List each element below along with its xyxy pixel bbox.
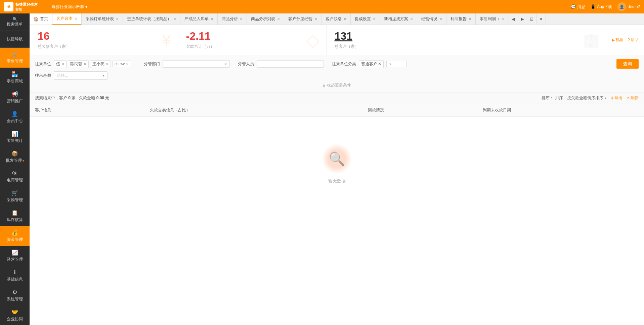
collapse-filter-btn[interactable]: ∧ 收起更多条件 — [35, 82, 639, 88]
category-chevron: ▾ — [389, 62, 391, 66]
tab-customer-segment[interactable]: 客户分层经营 ✕ — [284, 13, 321, 25]
sidebar-item-marketing[interactable]: 📢 营销推广 — [0, 87, 30, 107]
tab-home[interactable]: 🏠 首页 — [30, 13, 52, 25]
tab-cost-inbound-label: 产成品入库单 — [184, 16, 209, 22]
stat-debt-amount-label: 欠款合计（万） — [186, 44, 214, 49]
result-prefix: 搜索结果中，客户 0 家 欠款金额 0.00 元 — [35, 95, 109, 101]
filter-more-btn[interactable]: ... — [132, 62, 136, 66]
query-button[interactable]: 查询 — [616, 59, 639, 69]
sidebar-item-inventory[interactable]: 📋 库存核算 — [0, 206, 30, 226]
sidebar-item-wholesale[interactable]: 📦 批发管理 ▾ — [0, 147, 30, 167]
tab-retail-profit-label: 零售利润（ — [480, 16, 500, 22]
remove-tag-wang[interactable]: ✕ — [106, 62, 109, 66]
tab-cost-inbound[interactable]: 产成品入库单 ✕ — [180, 13, 218, 25]
refresh-btn[interactable]: ↺ 刷新 — [627, 95, 639, 101]
message-button[interactable]: 💬 消息 — [571, 4, 585, 10]
sort-chevron: ▾ — [605, 96, 606, 100]
tab-inbound-stat[interactable]: 进货单统计表（按商品） ✕ — [123, 13, 180, 25]
sidebar-item-member[interactable]: 👤 会员中心 — [0, 107, 30, 127]
top-actions: 💬 消息 📱 App下载 👤 demo2 — [571, 2, 640, 11]
person-more: ··· — [317, 62, 321, 66]
sort-select[interactable]: 排序： 排序：按欠款金额倒序排序 ▾ — [542, 95, 606, 101]
quick-nav-item[interactable]: 快捷导航 — [0, 34, 30, 45]
tab-close-goods-analysis-list[interactable]: ✕ — [277, 17, 280, 21]
tab-purchase-stat[interactable]: 采购订单统计表 ✕ — [82, 13, 123, 25]
dept-select[interactable]: ··· ▾ — [163, 60, 230, 68]
tab-prev-btn[interactable]: ◀ — [509, 13, 518, 25]
tab-operation-label: 经营情况 — [421, 16, 437, 22]
balance-select[interactable]: 选择... ▾ — [54, 71, 108, 80]
video-icon: ▶ — [612, 38, 615, 42]
tab-retail-profit[interactable]: 零售利润（ ✕ — [476, 13, 509, 25]
quick-nav[interactable]: 快捷导航 — [0, 31, 30, 48]
tab-new-raise[interactable]: 新增提成方案 ✕ — [380, 13, 417, 25]
tab-close-goods-analysis[interactable]: ✕ — [240, 17, 243, 21]
account-selector[interactable]: 母婴行业演示帐套 ▾ — [52, 4, 87, 10]
unit-tag-wu: 伍 ✕ — [54, 60, 67, 68]
sidebar-item-operation[interactable]: 📈 经营管理 — [0, 246, 30, 266]
tab-profit-report[interactable]: 利润报告 ✕ — [446, 13, 476, 25]
tab-close-all-btn[interactable]: ✕ — [536, 13, 546, 25]
tab-close-new-raise[interactable]: ✕ — [410, 17, 413, 21]
export-btn[interactable]: ⬇ 导出 — [610, 95, 622, 101]
unit-filter-tags: 伍 ✕ 陈民强 ✕ 王小亮 ✕ — [54, 60, 136, 68]
tab-close-operation[interactable]: ✕ — [439, 17, 442, 21]
sidebar: 🔍 搜索菜单 快捷导航 🛒 零售管理 🏪 零售商城 📢 — [0, 13, 30, 325]
sidebar-item-label: 零售商城 — [7, 78, 23, 84]
remove-category-normal[interactable]: ✕ — [378, 62, 381, 66]
tab-raise-setting[interactable]: 提成设置 ✕ — [351, 13, 380, 25]
sidebar-item-label: 资金管理 — [7, 237, 23, 243]
app-version: 标版 — [15, 7, 38, 12]
sidebar-item-system[interactable]: ⚙ 系统管理 — [0, 286, 30, 305]
sidebar-item-label: 系统管理 — [7, 296, 23, 302]
tab-operation[interactable]: 经营情况 ✕ — [417, 13, 446, 25]
sidebar-search[interactable]: 🔍 搜索菜单 — [0, 13, 30, 31]
remove-tag-cjttcw[interactable]: ✕ — [126, 62, 129, 66]
system-icon: ⚙ — [12, 289, 17, 295]
remove-tag-chen[interactable]: ✕ — [84, 62, 86, 66]
sort-value: 排序：按欠款金额倒序排序 — [555, 95, 603, 101]
sidebar-item-purchase[interactable]: 🛒 采购管理 — [0, 186, 30, 206]
tab-close-customer-segment[interactable]: ✕ — [314, 17, 317, 21]
sidebar-item-retail-mall[interactable]: 🏪 零售商城 — [0, 68, 30, 87]
tab-expand-btn[interactable]: ⊡ — [527, 13, 536, 25]
tab-close-purchase-stat[interactable]: ✕ — [116, 17, 119, 21]
sidebar-item-retail-stat[interactable]: 📊 零售统计 — [0, 127, 30, 147]
message-label: 消息 — [577, 4, 585, 10]
tab-close-inbound-stat[interactable]: ✕ — [173, 17, 176, 21]
wholesale-icon: 📦 — [11, 150, 18, 157]
tab-goods-analysis[interactable]: 商品分析 ✕ — [218, 13, 247, 25]
avatar: 👤 — [617, 2, 626, 11]
enterprise-icon: 🤝 — [11, 309, 18, 315]
sidebar-item-basic[interactable]: ℹ 基础信息 — [0, 266, 30, 286]
tab-close-raise-setting[interactable]: ✕ — [373, 17, 376, 21]
tab-next-btn[interactable]: ▶ — [518, 13, 527, 25]
sidebar-item-enterprise[interactable]: 🤝 企业协同 — [0, 305, 30, 325]
search-label: 搜索菜单 — [3, 22, 27, 27]
app-download-button[interactable]: 📱 App下载 — [591, 4, 612, 10]
user-menu[interactable]: 👤 demo2 — [617, 2, 640, 11]
category-select[interactable]: ▾ — [386, 61, 406, 67]
stat-debt-amount-value: -2.11 — [186, 30, 211, 42]
video-btn[interactable]: ▶ 视频 — [612, 37, 624, 43]
tab-close-cost-inbound[interactable]: ✕ — [211, 17, 213, 21]
unit-tag-cjttcw: cjttcw ✕ — [112, 61, 131, 67]
sidebar-item-finance[interactable]: 💰 资金管理 — [0, 226, 30, 246]
sidebar-item-retail[interactable]: 🛒 零售管理 — [0, 48, 30, 68]
filter-row-2: 往来余额 选择... ▾ — [35, 71, 639, 80]
stat-debt-customers: ¥ 16 总欠款客户（家） — [30, 25, 178, 55]
tab-close-profit-report[interactable]: ✕ — [469, 17, 471, 21]
help-btn[interactable]: ? 帮助 — [628, 37, 639, 43]
remove-tag-wu[interactable]: ✕ — [61, 62, 64, 66]
sidebar-item-ecommerce[interactable]: 🛍 电商管理 — [0, 167, 30, 186]
tab-accounts[interactable]: 客户账本 ✕ — [52, 13, 82, 25]
message-icon: 💬 — [571, 4, 576, 9]
tab-customer-contact[interactable]: 客户联络 ✕ — [321, 13, 351, 25]
tab-close-customer-contact[interactable]: ✕ — [344, 17, 346, 21]
tab-purchase-stat-label: 采购订单统计表 — [86, 16, 114, 22]
tab-goods-analysis-list[interactable]: 商品分析列表 ✕ — [247, 13, 284, 25]
tab-close-retail-profit[interactable]: ✕ — [502, 17, 505, 21]
person-select[interactable]: ··· — [257, 60, 324, 68]
tab-close-accounts[interactable]: ✕ — [75, 17, 77, 21]
member-icon: 👤 — [11, 111, 18, 117]
